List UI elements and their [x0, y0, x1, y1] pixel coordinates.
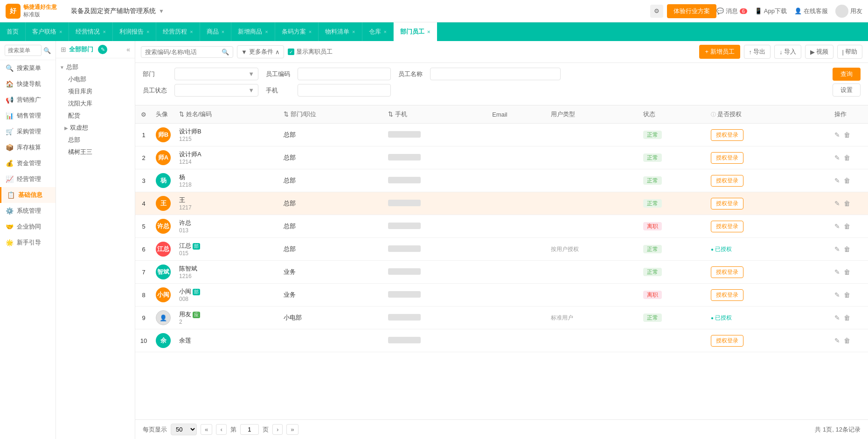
auth-button[interactable]: 授权登录: [711, 152, 743, 164]
delete-icon[interactable]: 🗑: [844, 245, 850, 253]
prev-page-button[interactable]: ‹: [216, 424, 226, 435]
delete-icon[interactable]: 🗑: [844, 337, 850, 344]
page-size-select[interactable]: 50 20 100: [171, 424, 197, 435]
export-button[interactable]: ↑ 导出: [744, 45, 771, 59]
employee-code-input[interactable]: [298, 68, 391, 80]
page-input[interactable]: [240, 424, 259, 435]
import-button[interactable]: ↓ 导入: [774, 45, 801, 59]
system-dropdown-arrow[interactable]: ▼: [159, 8, 164, 14]
nav-tab-部门员工[interactable]: 部门员工×: [394, 22, 437, 41]
close-tab-icon[interactable]: ×: [384, 29, 387, 35]
query-button[interactable]: 查询: [833, 68, 861, 81]
delete-icon[interactable]: 🗑: [844, 268, 850, 276]
close-tab-icon[interactable]: ×: [59, 29, 62, 35]
sidebar-item-库存核算[interactable]: 📦库存核算: [0, 139, 56, 155]
employee-name-input[interactable]: [430, 68, 561, 80]
nav-tab-仓库[interactable]: 仓库×: [362, 22, 394, 41]
sidebar-search-input[interactable]: [5, 45, 42, 56]
phone-input[interactable]: [298, 84, 391, 97]
dept-leaf-shenyang[interactable]: 沈阳大库: [61, 98, 135, 110]
nav-tab-客户联络[interactable]: 客户联络×: [26, 22, 69, 41]
edit-icon[interactable]: ✎: [834, 291, 840, 299]
gear-button[interactable]: ⚙: [650, 5, 663, 18]
message-button[interactable]: 💬 消息 6: [716, 7, 747, 15]
edit-icon[interactable]: ✎: [834, 177, 840, 184]
close-tab-icon[interactable]: ×: [265, 29, 268, 35]
dept-all-label[interactable]: 全部部门: [69, 45, 93, 54]
status-select[interactable]: ▼: [174, 84, 258, 97]
nav-tab-经营情况[interactable]: 经营情况×: [69, 22, 112, 41]
close-tab-icon[interactable]: ×: [103, 29, 105, 35]
dept-leaf-xiaodibu[interactable]: 小电部: [61, 73, 135, 85]
next-page-button[interactable]: ›: [272, 424, 283, 435]
add-employee-button[interactable]: + 新增员工: [699, 45, 740, 59]
edit-icon[interactable]: ✎: [834, 314, 840, 321]
close-tab-icon[interactable]: ×: [427, 29, 430, 35]
help-button[interactable]: | 帮助: [837, 45, 862, 59]
view-button[interactable]: ▶ 视频: [805, 45, 833, 59]
first-page-button[interactable]: «: [201, 424, 212, 435]
sidebar-item-新手引导[interactable]: 🌟新手引导: [0, 235, 56, 251]
sidebar-item-基础信息[interactable]: 📋基础信息: [0, 187, 56, 203]
nav-tab-新增商品[interactable]: 新增商品×: [231, 22, 275, 41]
dept-collapse-icon[interactable]: «: [126, 46, 130, 53]
sidebar-item-快捷导航[interactable]: 🏠快捷导航: [0, 76, 56, 92]
edit-icon[interactable]: ✎: [834, 268, 840, 276]
sort-icon-name[interactable]: ⇅: [179, 111, 184, 118]
online-service-button[interactable]: 👤 在线客服: [794, 7, 828, 15]
user-menu[interactable]: 用友: [835, 5, 862, 18]
auth-button[interactable]: 授权登录: [711, 266, 743, 278]
edit-icon[interactable]: ✎: [834, 200, 840, 207]
sort-icon-dept[interactable]: ⇅: [284, 111, 289, 118]
sidebar-item-资金管理[interactable]: 💰资金管理: [0, 155, 56, 171]
nav-tab-利润报告[interactable]: 利润报告×: [113, 22, 156, 41]
last-page-button[interactable]: »: [286, 424, 298, 435]
dept-edit-badge[interactable]: ✎: [98, 45, 107, 54]
close-tab-icon[interactable]: ×: [352, 29, 355, 35]
delete-icon[interactable]: 🗑: [844, 314, 850, 321]
dept-group-zongbu[interactable]: ▼总部: [56, 61, 135, 73]
dept-select[interactable]: ▼: [174, 68, 258, 80]
edit-icon[interactable]: ✎: [834, 223, 840, 230]
dept-leaf-zongbu[interactable]: 总部: [61, 134, 135, 146]
auth-button[interactable]: 授权登录: [711, 335, 743, 347]
close-tab-icon[interactable]: ×: [146, 29, 149, 35]
edit-icon[interactable]: ✎: [834, 337, 840, 344]
dept-leaf-jushu[interactable]: 橘树王三: [61, 146, 135, 158]
edit-icon[interactable]: ✎: [834, 131, 840, 139]
more-conditions-button[interactable]: ▼ 更多条件 ∧: [237, 45, 284, 58]
sidebar-item-搜索菜单[interactable]: 🔍搜索菜单: [0, 60, 56, 76]
delete-icon[interactable]: 🗑: [844, 154, 850, 161]
edit-icon[interactable]: ✎: [834, 154, 840, 161]
delete-icon[interactable]: 🗑: [844, 291, 850, 299]
close-tab-icon[interactable]: ×: [222, 29, 224, 35]
delete-icon[interactable]: 🗑: [844, 223, 850, 230]
edit-icon[interactable]: ✎: [834, 245, 840, 253]
sort-icon-phone[interactable]: ⇅: [388, 111, 393, 118]
sidebar-item-系统管理[interactable]: ⚙️系统管理: [0, 203, 56, 219]
auth-button[interactable]: 授权登录: [711, 198, 743, 209]
dept-leaf-peihuo[interactable]: 配货: [61, 110, 135, 122]
trial-button[interactable]: 体验行业方案: [667, 4, 716, 18]
auth-button[interactable]: 授权登录: [711, 175, 743, 187]
dept-leaf-xiangmuhouse[interactable]: 项目库房: [61, 85, 135, 98]
sidebar-item-经营管理[interactable]: 📈经营管理: [0, 171, 56, 187]
show-inactive-checkbox[interactable]: ✓: [288, 49, 294, 55]
delete-icon[interactable]: 🗑: [844, 200, 850, 207]
delete-icon[interactable]: 🗑: [844, 131, 850, 139]
sidebar-item-营销推广[interactable]: 📢营销推广: [0, 92, 56, 108]
close-tab-icon[interactable]: ×: [309, 29, 312, 35]
settings-button[interactable]: 设置: [833, 84, 861, 97]
app-download-button[interactable]: 📱 App下载: [755, 7, 787, 15]
auth-button[interactable]: 授权登录: [711, 129, 743, 141]
employee-search-input[interactable]: [145, 49, 220, 56]
sidebar-item-销售管理[interactable]: 📊销售管理: [0, 108, 56, 124]
nav-tab-物料清单[interactable]: 物料清单×: [319, 22, 362, 41]
auth-button[interactable]: 授权登录: [711, 221, 743, 232]
auth-button[interactable]: 授权登录: [711, 289, 743, 301]
nav-tab-商品[interactable]: 商品×: [200, 22, 231, 41]
nav-tab-条码方案[interactable]: 条码方案×: [275, 22, 319, 41]
sidebar-item-采购管理[interactable]: 🛒采购管理: [0, 124, 56, 139]
nav-tab-经营历程[interactable]: 经营历程×: [156, 22, 200, 41]
close-tab-icon[interactable]: ×: [190, 29, 193, 35]
